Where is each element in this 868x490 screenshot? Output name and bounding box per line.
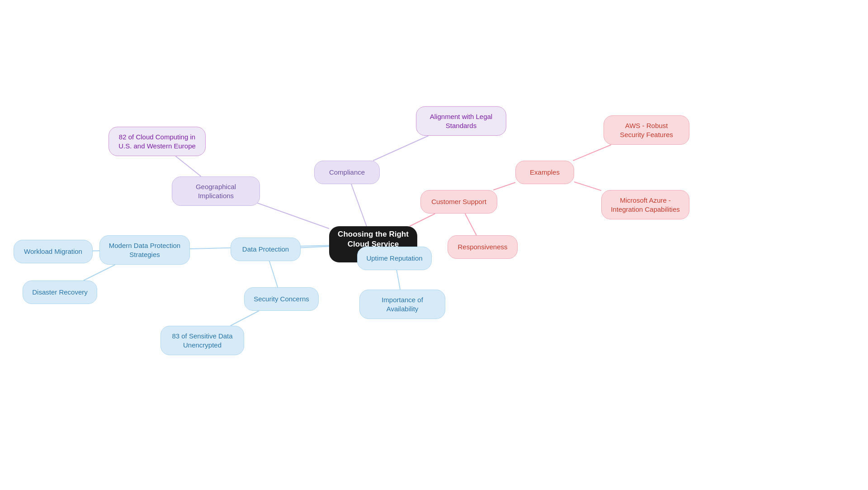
node-examples: Examples — [515, 161, 574, 184]
node-cloud_computing: 82 of Cloud Computing in U.S. and Wester… — [108, 127, 206, 156]
connection-uptime_reputation-importance_availability — [396, 270, 400, 290]
node-modern_data: Modern Data Protection Strategies — [99, 235, 190, 265]
node-importance_availability: Importance of Availability — [359, 290, 445, 319]
connection-center-compliance — [351, 184, 367, 226]
connection-compliance-alignment — [373, 136, 428, 161]
node-aws: AWS - Robust Security Features — [604, 115, 689, 145]
node-compliance: Compliance — [314, 161, 380, 184]
connection-customer_support-responsiveness — [465, 214, 476, 235]
connection-customer_support-examples — [493, 182, 515, 190]
connection-center-customer_support — [410, 214, 435, 226]
node-alignment: Alignment with Legal Standards — [416, 106, 506, 136]
node-customer_support: Customer Support — [420, 190, 497, 214]
connection-examples-aws — [573, 145, 611, 161]
node-azure: Microsoft Azure - Integration Capabiliti… — [601, 190, 689, 219]
connection-center-geo_implications — [249, 200, 329, 228]
connection-examples-azure — [574, 182, 601, 190]
node-uptime_reputation: Uptime Reputation — [357, 247, 432, 270]
node-responsiveness: Responsiveness — [448, 235, 518, 259]
mind-map: Choosing the Right Cloud Service Provide… — [0, 0, 868, 490]
node-geo_implications: Geographical Implications — [172, 176, 260, 206]
node-workload_migration: Workload Migration — [14, 240, 93, 263]
node-data_protection: Data Protection — [231, 238, 301, 261]
connection-geo_implications-cloud_computing — [175, 156, 201, 176]
connection-security_concerns-sensitive_data — [231, 311, 259, 326]
connection-center-data_protection — [301, 247, 329, 248]
node-security_concerns: Security Concerns — [244, 287, 319, 311]
connection-modern_data-disaster_recovery — [84, 265, 115, 281]
node-disaster_recovery: Disaster Recovery — [23, 281, 97, 304]
connection-data_protection-security_concerns — [269, 261, 278, 287]
node-sensitive_data: 83 of Sensitive Data Unencrypted — [160, 326, 244, 355]
